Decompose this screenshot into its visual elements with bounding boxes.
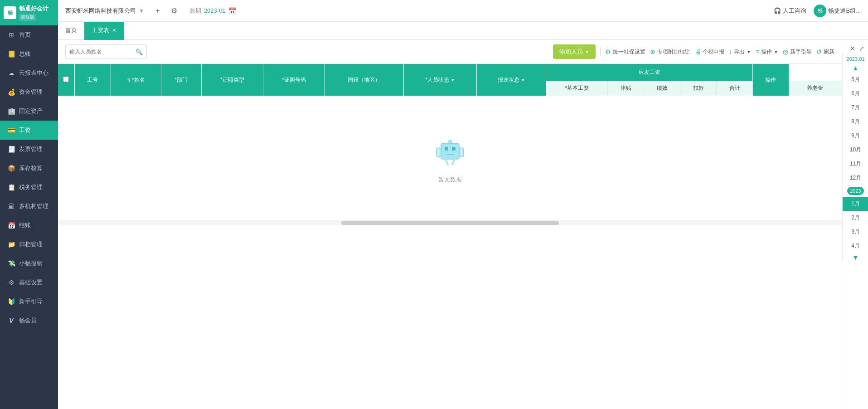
- operations-action[interactable]: ≡ 操作 ▼: [756, 48, 778, 56]
- date-panel-outer: ✕ ⤢ 2023.01 ▲ 5月 6月 7月 8月 9月 10月 11月 12月…: [842, 40, 868, 409]
- th-performance: 绩效: [644, 81, 680, 96]
- search-input[interactable]: [69, 49, 134, 55]
- company-selector[interactable]: 西安虾米网络科技有限公司 ▼: [65, 7, 144, 15]
- toolbar-divider: [600, 47, 601, 56]
- date-nav-up-button[interactable]: ▲: [852, 63, 860, 73]
- empty-text: 暂无数据: [438, 175, 462, 184]
- sidebar-item-inventory[interactable]: 📦 库存核算: [0, 159, 58, 178]
- date-month-4[interactable]: 4月: [843, 239, 868, 253]
- sidebar-item-cloud-report[interactable]: ☁ 云报表中心: [0, 63, 58, 83]
- sidebar-item-label: 首页: [19, 31, 31, 39]
- sidebar-item-label: 固定资产: [19, 107, 43, 115]
- sidebar-item-guide[interactable]: 🔰 新手引导: [0, 292, 58, 311]
- sidebar-item-fixed-assets[interactable]: 🏢 固定资产: [0, 102, 58, 121]
- period-label: 账期: [189, 7, 201, 15]
- date-month-8[interactable]: 8月: [843, 115, 868, 129]
- refresh-action[interactable]: ↺ 刷新: [816, 48, 834, 56]
- tab-salary[interactable]: 工资表 ✕: [84, 22, 124, 40]
- tab-close-icon[interactable]: ✕: [112, 27, 116, 34]
- date-month-1[interactable]: 1月: [843, 197, 868, 211]
- expense-icon: 💸: [7, 260, 15, 267]
- status-filter-icon[interactable]: ▼: [451, 78, 455, 83]
- sidebar-item-label: 云报表中心: [19, 69, 48, 77]
- sidebar-item-tax[interactable]: 📋 税务管理: [0, 178, 58, 197]
- date-month-3[interactable]: 3月: [843, 225, 868, 239]
- guide-label: 新手引导: [790, 48, 812, 56]
- sidebar-item-settings[interactable]: ⚙ 基础设置: [0, 273, 58, 292]
- guide-action[interactable]: ◎ 新手引导: [783, 48, 812, 56]
- sidebar-item-invoice[interactable]: 🧾 发票管理: [0, 140, 58, 159]
- table-header-row-1: 工号 ⇅ *姓名 *部门 *证照类型 *证照号码 国籍（地区） *人员状态 ▼ …: [58, 64, 842, 81]
- support-button[interactable]: 🎧 人工咨询: [774, 7, 806, 15]
- membership-icon: V: [7, 317, 15, 324]
- user-name: 畅捷通B组...: [828, 7, 861, 15]
- social-security-action[interactable]: ⚙ 统一社保设置: [605, 48, 645, 56]
- sidebar-item-salary[interactable]: 💳 工资: [0, 121, 58, 140]
- topbar: 西安虾米网络科技有限公司 ▼ + ⚙ 账期 2023-01 📅 🎧 人工咨询 畅…: [58, 0, 868, 22]
- sidebar-nav: ⊞ 首页 📒 总账 ☁ 云报表中心 💰 资金管理 🏢 固定资产 💳 工资 🧾 发…: [0, 25, 58, 409]
- company-settings-button[interactable]: ⚙: [168, 5, 180, 17]
- sidebar: 畅 畅通好会计 旗舰版 ⊞ 首页 📒 总账 ☁ 云报表中心 💰 资金管理 🏢 固…: [0, 0, 58, 409]
- support-label: 人工咨询: [783, 7, 806, 15]
- inventory-icon: 📦: [7, 165, 15, 172]
- th-deduction: 扣款: [680, 81, 717, 96]
- sidebar-item-close-accounts[interactable]: 📅 结账: [0, 216, 58, 235]
- sidebar-item-multi-org[interactable]: 🏛 多机构管理: [0, 197, 58, 216]
- add-company-button[interactable]: +: [151, 5, 164, 17]
- sidebar-item-home[interactable]: ⊞ 首页: [0, 25, 58, 44]
- maximize-panel-button[interactable]: ⤢: [858, 44, 865, 53]
- export-action[interactable]: ↓ 导出 ▼: [729, 48, 751, 56]
- sidebar-item-expense[interactable]: 💸 小畅报销: [0, 254, 58, 273]
- special-deduction-icon: ⊕: [650, 48, 655, 55]
- sidebar-item-label: 发票管理: [19, 145, 43, 153]
- main-content: 西安虾米网络科技有限公司 ▼ + ⚙ 账期 2023-01 📅 🎧 人工咨询 畅…: [58, 0, 868, 409]
- sidebar-item-ledger[interactable]: 📒 总账: [0, 44, 58, 63]
- date-month-9[interactable]: 9月: [843, 129, 868, 143]
- date-month-6[interactable]: 6月: [843, 87, 868, 101]
- period-edit-icon[interactable]: 📅: [228, 7, 236, 15]
- refresh-label: 刷新: [824, 48, 834, 56]
- empty-state: 暂无数据: [58, 96, 842, 220]
- tax-icon: 📋: [7, 184, 15, 191]
- logo-text-block: 畅通好会计 旗舰版: [19, 5, 48, 21]
- user-menu[interactable]: 畅 畅捷通B组...: [814, 5, 861, 17]
- sidebar-item-funds[interactable]: 💰 资金管理: [0, 83, 58, 102]
- add-person-chevron-icon: ▼: [585, 49, 589, 54]
- tabs-bar: 首页 工资表 ✕: [58, 22, 868, 40]
- sidebar-item-archive[interactable]: 📁 归档管理: [0, 235, 58, 254]
- logo-icon: 畅: [4, 6, 16, 19]
- date-month-12[interactable]: 12月: [843, 171, 868, 185]
- content-area: 🔍 添加人员 ▼ ⚙ 统一社保设置 ⊕ 专项附加扣除: [58, 40, 842, 409]
- date-month-10[interactable]: 10月: [843, 143, 868, 157]
- tab-home[interactable]: 首页: [58, 22, 84, 40]
- add-person-button[interactable]: 添加人员 ▼: [553, 44, 596, 59]
- sidebar-item-membership[interactable]: V 畅会员: [0, 311, 58, 330]
- search-input-wrap[interactable]: 🔍: [65, 44, 147, 59]
- svg-rect-3: [446, 154, 455, 155]
- select-all-checkbox[interactable]: [63, 76, 69, 82]
- date-month-5[interactable]: 5月: [843, 73, 868, 87]
- account-period: 账期 2023-01 📅: [189, 7, 236, 15]
- settings-icon: ⚙: [7, 279, 15, 286]
- special-deduction-action[interactable]: ⊕ 专项附加扣除: [650, 48, 690, 56]
- horizontal-scrollbar-thumb[interactable]: [341, 221, 559, 225]
- close-panel-button[interactable]: ✕: [849, 44, 856, 53]
- svg-rect-4: [449, 140, 451, 144]
- salary-table: 工号 ⇅ *姓名 *部门 *证照类型 *证照号码 国籍（地区） *人员状态 ▼ …: [58, 64, 842, 96]
- date-nav-down-button[interactable]: ▼: [852, 253, 860, 262]
- social-security-icon: ⚙: [605, 48, 611, 55]
- sort-icon: ⇅: [127, 78, 131, 83]
- date-month-7[interactable]: 7月: [843, 101, 868, 115]
- submit-status-filter-icon[interactable]: ▼: [521, 78, 525, 83]
- personal-tax-label: 个税申报: [703, 48, 724, 56]
- personal-tax-action[interactable]: 🖨 个税申报: [694, 48, 724, 56]
- search-icon: 🔍: [136, 49, 143, 55]
- date-month-2[interactable]: 2月: [843, 211, 868, 225]
- date-month-11[interactable]: 11月: [843, 157, 868, 171]
- personal-tax-icon: 🖨: [694, 48, 701, 55]
- th-allowance: 津贴: [608, 81, 644, 96]
- funds-icon: 💰: [7, 88, 15, 96]
- headset-icon: 🎧: [774, 7, 781, 14]
- toolbar-right: 添加人员 ▼ ⚙ 统一社保设置 ⊕ 专项附加扣除 🖨 个税申报: [553, 44, 834, 59]
- th-id-type: *证照类型: [201, 64, 263, 96]
